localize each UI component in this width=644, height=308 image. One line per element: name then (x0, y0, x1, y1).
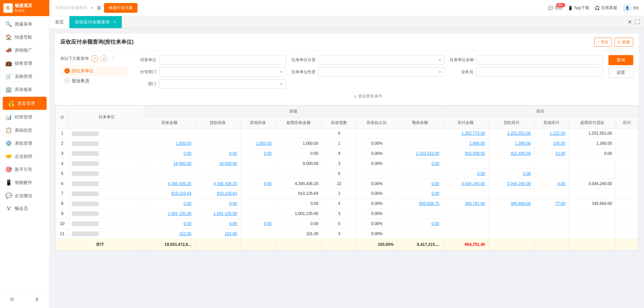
table-cell[interactable]: 0.00 (489, 169, 534, 179)
collapse-more-btn[interactable]: ∧ 收起更多条件 (133, 91, 603, 101)
table-cell[interactable]: 0.00 (240, 179, 275, 189)
partner-category-input[interactable]: ▼ (318, 55, 445, 64)
sidebar-item-purchase[interactable]: 🛒 采购管理 (0, 70, 49, 83)
sidebar-item-marketing[interactable]: 📣 营销推广 (0, 44, 49, 57)
user-menu[interactable]: 👤 Rit (623, 3, 639, 13)
table-cell[interactable]: 1,252,773.00 (443, 129, 488, 139)
table-cell[interactable]: 0.00 (144, 219, 195, 229)
scheme-by-partner[interactable]: ✓ 按往来单位 (60, 66, 127, 76)
partner-name-input[interactable] (477, 55, 603, 64)
table-cell[interactable]: 1,222.00 (534, 129, 569, 139)
scheme-by-salesperson[interactable]: ⏱ 按业务员 (60, 76, 127, 86)
table-cell[interactable]: 915,495.56 (489, 148, 534, 159)
online-service-btn[interactable]: 🎧 在线客服 (595, 5, 617, 11)
table-cell[interactable]: 0.00 (397, 219, 443, 229)
table-cell[interactable]: 655,636.75 (397, 199, 443, 209)
row-num: 9 (56, 209, 69, 219)
scheme-settings-btn[interactable]: ◎ (101, 55, 107, 62)
col-ap-other-header: 其他应付 (534, 117, 569, 129)
table-cell[interactable]: 77.00 (534, 199, 569, 209)
table-cell[interactable]: 0.00 (443, 169, 488, 179)
col-ar-advance-header: 预收余额 (397, 117, 443, 129)
settings-button[interactable]: 设置 (608, 67, 633, 78)
sidebar-item-system[interactable]: ⚙️ 系统管理 (0, 137, 49, 150)
app-download-btn[interactable]: 📱 App下载 (568, 5, 589, 11)
sidebar-item-guide[interactable]: 🎯 新手引导 (0, 163, 49, 176)
table-cell[interactable]: 345,761.00 (443, 199, 488, 209)
tab-home[interactable]: 首页 (50, 16, 69, 28)
table-cell[interactable]: 0.00 (534, 179, 569, 189)
query-button[interactable]: 查询 (608, 55, 633, 65)
sub-dept-input[interactable]: ▼ (159, 79, 286, 89)
table-cell[interactable]: 1,390.00 (489, 138, 534, 148)
export-button[interactable]: ↑ 导出 (594, 38, 612, 47)
dept-input[interactable]: ▼ (159, 67, 286, 77)
table-cell: 0.00% (357, 159, 397, 169)
table-cell[interactable]: 0.00 (144, 148, 195, 159)
table-cell[interactable]: 0.00 (144, 199, 195, 209)
sidebar-item-hardware[interactable]: 📱 智能硬件 (0, 176, 49, 189)
message-btn[interactable]: 💬 消息 99+ (548, 5, 562, 11)
table-cell[interactable]: 1,000.00 (240, 138, 275, 148)
table-cell[interactable]: 100.00 (534, 138, 569, 148)
table-cell[interactable]: 4,345,436.20 (144, 179, 195, 189)
table-cell[interactable]: 1,490.00 (443, 138, 488, 148)
sidebar-item-quicknav[interactable]: 🏠 快捷导航 (0, 31, 49, 44)
tab-close-icon[interactable]: ✕ (113, 20, 116, 25)
sidebar-settings-btn[interactable]: ⚙ (8, 294, 16, 305)
table-cell[interactable]: 0.00 (240, 219, 275, 229)
table-cell[interactable]: 0.00 (195, 148, 240, 159)
table-cell[interactable]: 810,126.64 (144, 188, 195, 199)
promo-button[interactable]: 体验行业方案 (104, 3, 138, 13)
maximize-icon[interactable]: ⛶ (635, 19, 640, 25)
table-cell[interactable]: 3,044,240.00 (489, 179, 534, 189)
table-cell[interactable]: 0.00 (240, 148, 275, 159)
col-settings-header[interactable]: ⚙ (56, 106, 69, 129)
sidebar-item-wechat[interactable]: 💬 企业微信 (0, 189, 49, 202)
header-settings-icon[interactable]: ⚙ (97, 5, 101, 11)
table-cell[interactable]: 0.00 (397, 159, 443, 169)
table-cell[interactable]: 0.00 (397, 188, 443, 199)
table-cell[interactable]: 2,153,333.00 (397, 148, 443, 159)
table-cell[interactable]: 13.00 (534, 148, 569, 159)
settlement-unit-input[interactable]: ··· (159, 55, 286, 64)
row-num: 5 (56, 169, 69, 179)
salesperson-label: 业务员 (450, 69, 473, 75)
table-cell[interactable]: 345,684.00 (489, 199, 534, 209)
close-window-icon[interactable]: ✕ (628, 19, 632, 25)
hardware-icon: 📱 (5, 179, 12, 186)
prev-scheme-btn[interactable]: 《 (110, 55, 115, 61)
sidebar-item-cooperation[interactable]: 🤝 企业协同 (0, 150, 49, 163)
salesperson-input[interactable]: ··· (476, 67, 603, 77)
tab-ar-query[interactable]: 应收应付余额查询 ✕ (69, 16, 122, 28)
sidebar-collapse-btn[interactable]: ⏸ (32, 295, 42, 305)
table-cell: 810,126.64 (275, 188, 322, 199)
table-cell[interactable]: 915,508.56 (443, 148, 488, 159)
table-cell[interactable]: 18,000.00 (195, 159, 240, 169)
table-cell (615, 129, 638, 139)
table-cell[interactable]: 3,044,240.00 (443, 179, 488, 189)
sidebar-item-inventory[interactable]: 🏢 库存核算 (0, 83, 49, 96)
sidebar-item-search[interactable]: 🔍 搜索菜单 (0, 17, 49, 31)
table-settings-icon[interactable]: ⚙ (60, 115, 64, 120)
table-cell[interactable]: 152.00 (195, 229, 240, 239)
partner-nature-input[interactable]: ▼ (318, 67, 445, 77)
table-cell[interactable]: 810,126.64 (195, 188, 240, 199)
table-cell[interactable]: 1,001,135.00 (144, 209, 195, 219)
sidebar-item-capital[interactable]: 💰 资金管理 (3, 97, 47, 110)
add-scheme-btn[interactable]: + (91, 55, 98, 62)
table-cell[interactable]: 152.00 (144, 229, 195, 239)
sidebar-item-vip[interactable]: V 畅会员 (0, 202, 49, 215)
table-cell[interactable]: 18,000.00 (144, 159, 195, 169)
sidebar-item-basic[interactable]: 📋 基础信息 (0, 124, 49, 137)
table-cell[interactable]: 0.00 (195, 219, 240, 229)
table-cell[interactable]: 0.00 (195, 199, 240, 209)
table-cell[interactable]: 1,251,551.00 (489, 129, 534, 139)
sidebar-item-operations[interactable]: 📊 经营管理 (0, 111, 49, 124)
table-cell[interactable]: 1,001,135.00 (195, 209, 240, 219)
refresh-button[interactable]: ↻ 刷新 (614, 38, 633, 47)
table-cell[interactable]: 4,345,436.20 (195, 179, 240, 189)
table-cell[interactable]: 1,000.00 (144, 138, 195, 148)
sidebar-item-sales[interactable]: 💼 销售管理 (0, 57, 49, 70)
table-cell[interactable]: 0.00 (397, 179, 443, 189)
